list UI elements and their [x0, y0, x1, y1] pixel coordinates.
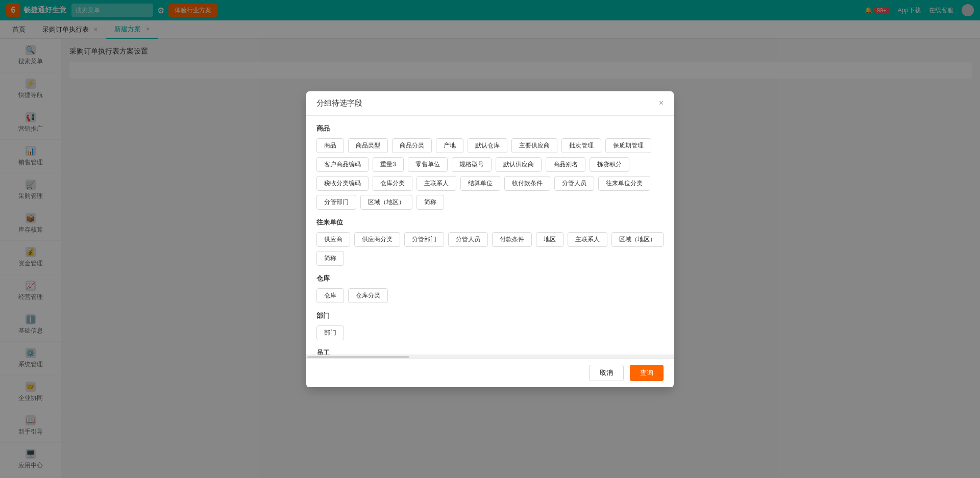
field-tag[interactable]: 商品分类 [392, 138, 432, 153]
field-tag[interactable]: 分管人员 [448, 232, 488, 247]
field-tag[interactable]: 收付款条件 [504, 176, 550, 191]
field-tag[interactable]: 税收分类编码 [316, 176, 369, 191]
modal-footer: 取消 查询 [306, 358, 674, 387]
field-tag[interactable]: 部门 [316, 325, 344, 340]
field-tag[interactable]: 仓库分类 [373, 176, 412, 191]
field-tag[interactable]: 付款条件 [492, 232, 532, 247]
section-warehouse: 仓库 仓库 仓库分类 [316, 274, 664, 303]
section-goods: 商品 商品 商品类型 商品分类 产地 默认仓库 主要供应商 批次管理 保质期管理… [316, 124, 664, 210]
modal-body: 商品 商品 商品类型 商品分类 产地 默认仓库 主要供应商 批次管理 保质期管理… [306, 116, 674, 355]
field-tag[interactable]: 默认供应商 [496, 157, 542, 172]
field-tag[interactable]: 简称 [416, 195, 444, 210]
section-employee-title: 员工 [316, 348, 664, 355]
field-tag[interactable]: 供应商 [316, 232, 350, 247]
field-tag[interactable]: 默认仓库 [468, 138, 507, 153]
section-dept-title: 部门 [316, 311, 664, 320]
section-goods-title: 商品 [316, 124, 664, 133]
field-tag[interactable]: 区域（地区） [611, 232, 664, 247]
goods-field-grid: 商品 商品类型 商品分类 产地 默认仓库 主要供应商 批次管理 保质期管理 客户… [316, 138, 664, 210]
field-tag[interactable]: 简称 [316, 251, 344, 266]
field-tag[interactable]: 区域（地区） [360, 195, 412, 210]
section-dept: 部门 部门 [316, 311, 664, 340]
field-tag[interactable]: 商品类型 [348, 138, 388, 153]
modal-overlay: 分组待选字段 × 商品 商品 商品类型 商品分类 产地 默认仓库 主要供应商 批… [0, 0, 980, 478]
field-tag[interactable]: 主联系人 [568, 232, 607, 247]
warehouse-field-grid: 仓库 仓库分类 [316, 288, 664, 303]
field-tag[interactable]: 分管部门 [316, 195, 356, 210]
modal-close-button[interactable]: × [659, 98, 664, 108]
field-tag[interactable]: 保质期管理 [605, 138, 651, 153]
modal-hscroll [306, 355, 674, 358]
field-tag[interactable]: 商品 [316, 138, 344, 153]
field-tag[interactable]: 主要供应商 [511, 138, 557, 153]
modal-header: 分组待选字段 × [306, 91, 674, 116]
section-partner-title: 往来单位 [316, 218, 664, 227]
partner-field-grid: 供应商 供应商分类 分管部门 分管人员 付款条件 地区 主联系人 区域（地区） … [316, 232, 664, 266]
field-tag[interactable]: 仓库分类 [348, 288, 388, 303]
field-tag[interactable]: 批次管理 [561, 138, 601, 153]
cancel-button[interactable]: 取消 [589, 365, 624, 381]
field-tag[interactable]: 重量3 [373, 157, 404, 172]
field-tag[interactable]: 分管部门 [404, 232, 444, 247]
field-tag[interactable]: 仓库 [316, 288, 344, 303]
confirm-button[interactable]: 查询 [630, 365, 664, 381]
field-tag[interactable]: 供应商分类 [354, 232, 400, 247]
modal: 分组待选字段 × 商品 商品 商品类型 商品分类 产地 默认仓库 主要供应商 批… [306, 91, 674, 387]
field-tag[interactable]: 零售单位 [408, 157, 448, 172]
dept-field-grid: 部门 [316, 325, 664, 340]
field-tag[interactable]: 往来单位分类 [598, 176, 650, 191]
field-tag[interactable]: 分管人员 [554, 176, 594, 191]
field-tag[interactable]: 拣货积分 [590, 157, 629, 172]
field-tag[interactable]: 地区 [536, 232, 564, 247]
field-tag[interactable]: 结算单位 [460, 176, 500, 191]
section-warehouse-title: 仓库 [316, 274, 664, 283]
field-tag[interactable]: 主联系人 [416, 176, 456, 191]
section-partner: 往来单位 供应商 供应商分类 分管部门 分管人员 付款条件 地区 主联系人 区域… [316, 218, 664, 266]
hscroll-thumb[interactable] [307, 356, 409, 358]
field-tag[interactable]: 商品别名 [546, 157, 585, 172]
field-tag[interactable]: 产地 [436, 138, 463, 153]
modal-title: 分组待选字段 [316, 98, 362, 108]
section-employee: 员工 业务员 [316, 348, 664, 355]
field-tag[interactable]: 客户商品编码 [316, 157, 369, 172]
field-tag[interactable]: 规格型号 [452, 157, 492, 172]
